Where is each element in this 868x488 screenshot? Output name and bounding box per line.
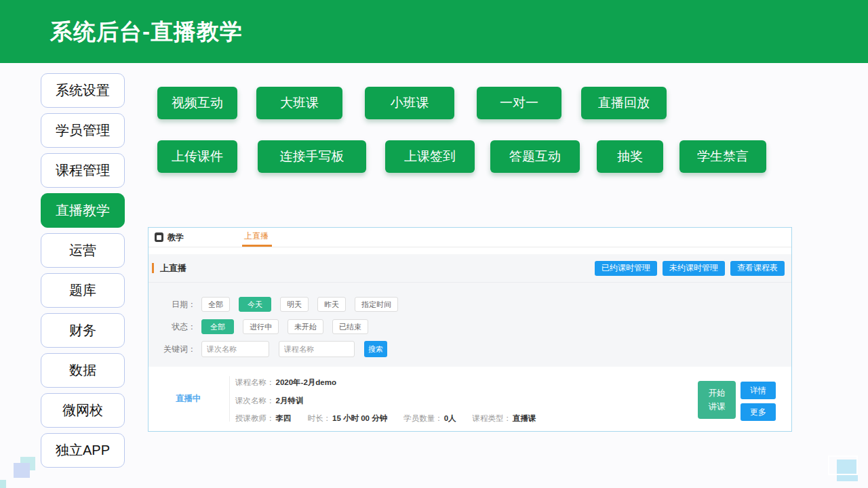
sidebar-item-course-management[interactable]: 课程管理 (41, 153, 125, 188)
more-button[interactable]: 更多 (741, 403, 776, 421)
tab-active-underline (242, 245, 272, 247)
view-timetable-button[interactable]: 查看课程表 (730, 261, 785, 276)
students-value: 0人 (444, 413, 456, 423)
course-name-value: 2020年-2月demo (276, 378, 336, 387)
filter-row-keyword: 关键词： 搜索 (161, 341, 387, 357)
sidebar-item-standalone-app[interactable]: 独立APP (41, 433, 125, 468)
unbooked-lessons-button[interactable]: 未约课时管理 (663, 261, 725, 276)
decorative-square-outline (828, 455, 858, 475)
teacher-value: 李四 (276, 413, 292, 423)
status-option-ended[interactable]: 已结束 (332, 319, 368, 334)
page-banner: 系统后台-直播教学 (0, 0, 868, 63)
sidebar-item-student-management[interactable]: 学员管理 (41, 113, 125, 148)
feature-mute-students[interactable]: 学生禁言 (679, 140, 766, 173)
course-row: 直播中 课程名称： 2020年-2月demo 课次名称： 2月特训 授课教师： … (149, 367, 791, 431)
section-actions: 已约课时管理 未约课时管理 查看课程表 (595, 261, 785, 276)
decorative-square-corner (0, 480, 6, 488)
decorative-square-lavender (14, 463, 30, 478)
date-option-today[interactable]: 今天 (239, 297, 271, 312)
sidebar-item-micro-school[interactable]: 微网校 (41, 393, 125, 428)
divider (229, 376, 230, 422)
session-name-row: 课次名称： 2月特训 (235, 396, 319, 405)
panel-nav-bar: 教学 上直播 (149, 228, 791, 247)
date-option-tomorrow[interactable]: 明天 (280, 297, 309, 312)
section-title: 上直播 (152, 263, 186, 273)
status-filter-label: 状态： (161, 321, 196, 333)
sidebar-item-system-settings[interactable]: 系统设置 (41, 73, 125, 108)
teacher-label: 授课教师： (235, 413, 275, 423)
nav-app-label: 教学 (167, 228, 184, 247)
sidebar-item-operations[interactable]: 运营 (41, 233, 125, 268)
sidebar: 系统设置 学员管理 课程管理 直播教学 运营 题库 财务 数据 微网校 独立AP… (41, 73, 125, 473)
feature-live-replay[interactable]: 直播回放 (581, 87, 667, 119)
session-name-label: 课次名称： (235, 396, 275, 405)
feature-video-interaction[interactable]: 视频互动 (157, 87, 237, 119)
feature-class-signin[interactable]: 上课签到 (385, 140, 475, 173)
session-name-value: 2月特训 (276, 396, 304, 405)
sidebar-item-finance[interactable]: 财务 (41, 313, 125, 348)
filter-row-status: 状态： 全部 进行中 未开始 已结束 (161, 319, 377, 335)
date-option-yesterday[interactable]: 昨天 (317, 297, 346, 312)
course-type-value: 直播课 (513, 413, 536, 423)
status-option-all[interactable]: 全部 (201, 319, 234, 334)
status-option-not-started[interactable]: 未开始 (288, 319, 323, 334)
page-title: 系统后台-直播教学 (50, 0, 243, 63)
search-button[interactable]: 搜索 (364, 341, 387, 357)
duration-value: 15 小时 00 分钟 (332, 413, 387, 423)
start-teaching-button[interactable]: 开始讲课 (698, 381, 736, 419)
keyword-filter-label: 关键词： (161, 344, 196, 355)
filter-row-date: 日期： 全部 今天 明天 昨天 指定时间 (161, 296, 407, 312)
feature-lottery[interactable]: 抽奖 (597, 140, 663, 173)
duration-label: 时长： (308, 413, 332, 423)
status-option-ongoing[interactable]: 进行中 (243, 319, 279, 334)
feature-quiz-interaction[interactable]: 答题互动 (490, 140, 580, 173)
teaching-app-icon (155, 232, 163, 242)
booked-lessons-button[interactable]: 已约课时管理 (595, 261, 657, 276)
students-label: 学员数量： (403, 413, 443, 423)
course-meta-row: 授课教师： 李四 时长： 15 小时 00 分钟 学员数量： 0人 课程类型： … (235, 413, 553, 423)
session-name-input[interactable] (201, 341, 269, 357)
date-filter-label: 日期： (161, 299, 196, 310)
sidebar-item-data[interactable]: 数据 (41, 353, 125, 388)
feature-small-class[interactable]: 小班课 (365, 87, 454, 119)
date-option-custom[interactable]: 指定时间 (355, 297, 398, 312)
section-header: 上直播 已约课时管理 未约课时管理 查看课程表 (149, 254, 791, 283)
feature-one-on-one[interactable]: 一对一 (477, 87, 561, 119)
feature-upload-courseware[interactable]: 上传课件 (157, 140, 237, 173)
course-name-label: 课程名称： (235, 378, 275, 387)
sidebar-item-live-teaching[interactable]: 直播教学 (41, 193, 125, 228)
admin-panel-screenshot: 教学 上直播 上直播 已约课时管理 未约课时管理 查看课程表 日期： 全部 今天… (148, 227, 792, 432)
sidebar-item-question-bank[interactable]: 题库 (41, 273, 125, 308)
feature-large-class[interactable]: 大班课 (256, 87, 342, 119)
tab-go-live[interactable]: 上直播 (244, 228, 269, 245)
course-name-input[interactable] (279, 341, 355, 357)
date-option-all[interactable]: 全部 (201, 297, 230, 312)
live-status-badge: 直播中 (176, 367, 201, 431)
feature-connect-tablet[interactable]: 连接手写板 (258, 140, 366, 173)
course-name-row: 课程名称： 2020年-2月demo (235, 378, 353, 387)
course-type-label: 课程类型： (473, 413, 512, 423)
detail-button[interactable]: 详情 (741, 382, 776, 399)
